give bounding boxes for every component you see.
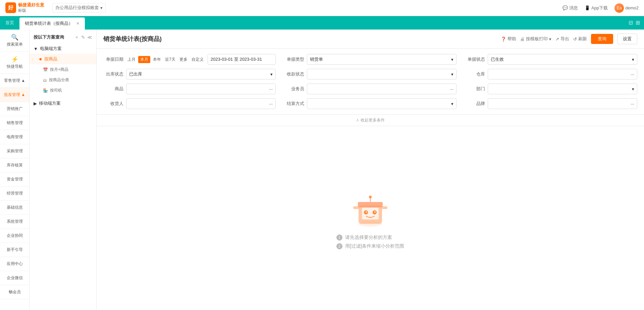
date-label: 单据日期 <box>103 56 123 62</box>
sidebar-item-basic[interactable]: 基础信息 <box>0 201 29 215</box>
tree-item-by-product[interactable]: ● 按商品 <box>30 54 96 64</box>
department-select[interactable]: ▾ <box>488 84 637 94</box>
left-panel: 按以下方案查询 ＋ ✎ ≪ ▼ 电脑端方案 ● 按商品 📅 按月+商品 🗂 <box>30 30 97 310</box>
sidebar-item-member[interactable]: 畅会员 <box>0 285 29 299</box>
salesman-select[interactable]: ··· <box>307 84 457 94</box>
shortcut-more[interactable]: 更多 <box>178 56 189 63</box>
tree-section-mobile-label: 移动端方案 <box>39 100 61 106</box>
warehouse-select[interactable]: ··· <box>488 69 637 80</box>
brand-select[interactable]: ··· <box>488 98 637 109</box>
sidebar-item-system[interactable]: 系统管理 <box>0 215 29 229</box>
svg-point-6 <box>366 211 367 213</box>
chevron-down-icon: ▾ <box>451 101 453 106</box>
quick-nav-icon: ⚡ <box>3 56 26 63</box>
shortcut-custom[interactable]: 自定义 <box>190 56 205 63</box>
filter-doc-status: 单据状态 已生效 ▾ <box>465 54 637 65</box>
help-button[interactable]: ❓ 帮助 <box>501 36 516 42</box>
tab-close-icon[interactable]: ✕ <box>76 21 79 26</box>
main-layout: 🔍 搜索菜单 ⚡ 快捷导航 零售管理 ▲ 批发管理 ▲ 营销推广 销售管理 电商… <box>0 30 644 310</box>
tab-expand-button[interactable]: ⊞ <box>636 20 640 25</box>
sidebar-item-wholesale[interactable]: 批发管理 ▲ <box>0 88 29 102</box>
tab-minimize-button[interactable]: ⊟ <box>629 20 633 25</box>
date-range-input[interactable]: 2023-03-01 至 2023-03-31 <box>208 54 276 65</box>
tab-bar: 首页 销货单统计表（按商品） ✕ ⊟ ⊞ <box>0 16 644 30</box>
export-icon: ↗ <box>555 37 559 42</box>
tree-item-by-category[interactable]: 🗂 按商品分类 <box>30 75 96 85</box>
tree-item-by-product-label: 按商品 <box>44 56 57 62</box>
print-button[interactable]: 🖨 按模板打印 ▾ <box>520 36 551 42</box>
cashier-icon: 🏪 <box>43 88 48 93</box>
sidebar-item-finance[interactable]: 资金管理 <box>0 172 29 187</box>
sidebar-item-operation[interactable]: 经营管理 <box>0 187 29 201</box>
date-shortcuts: 上月 本月 本年 近7天 更多 自定义 <box>126 56 205 63</box>
shortcut-last-month[interactable]: 上月 <box>126 56 137 63</box>
filter-warehouse: 仓库 ··· <box>465 69 637 80</box>
print-chevron-icon: ▾ <box>549 37 551 42</box>
shortcut-this-year[interactable]: 本年 <box>152 56 162 63</box>
doc-type-label: 单据类型 <box>284 56 304 62</box>
shortcut-this-month[interactable]: 本月 <box>138 56 150 63</box>
sidebar-item-enterprise[interactable]: 企业协同 <box>0 229 29 243</box>
warehouse-label: 仓库 <box>465 71 485 77</box>
sidebar-item-appstore-label: 应用中心 <box>3 261 26 267</box>
sidebar-item-marketing[interactable]: 营销推广 <box>0 102 29 116</box>
page-title: 销货单统计表(按商品) <box>103 35 162 43</box>
tree-item-by-month-product[interactable]: 📅 按月+商品 <box>30 64 96 75</box>
svg-rect-2 <box>358 202 383 207</box>
settlement-select[interactable]: ▾ <box>307 98 457 109</box>
doc-status-value: 已生效 <box>491 56 504 62</box>
sidebar-item-operation-label: 经营管理 <box>3 191 26 196</box>
tab-home[interactable]: 首页 <box>0 16 19 30</box>
sidebar-item-quick-nav-label: 快捷导航 <box>3 64 26 69</box>
collapse-panel-button[interactable]: ≪ <box>87 35 92 40</box>
hint-num-2: 2 <box>336 243 342 249</box>
export-button[interactable]: ↗ 导出 <box>555 36 569 42</box>
add-scheme-button[interactable]: ＋ <box>74 34 79 40</box>
hint-num-1: 1 <box>336 235 342 241</box>
tab-report[interactable]: 销货单统计表（按商品） ✕ <box>19 17 85 30</box>
sidebar-item-inventory[interactable]: 库存核算 <box>0 158 29 172</box>
tree-section-desktop-title[interactable]: ▼ 电脑端方案 <box>30 44 96 54</box>
tree-item-by-cashier[interactable]: 🏪 按司机 <box>30 85 96 96</box>
receipt-status-select[interactable]: ▾ <box>307 69 457 80</box>
nav-app-text: App下载 <box>591 5 608 11</box>
sidebar-item-guide[interactable]: 新手引导 <box>0 243 29 257</box>
sidebar-item-purchase-label: 采购管理 <box>3 148 26 154</box>
settings-button[interactable]: 设置 <box>617 34 637 44</box>
nav-message[interactable]: 💬 消息 <box>562 5 578 11</box>
refresh-button[interactable]: ↺ 刷新 <box>573 36 587 42</box>
shortcut-7days[interactable]: 近7天 <box>164 56 177 63</box>
doc-type-select[interactable]: 销货单 ▾ <box>307 54 457 65</box>
nav-user[interactable]: Ea demo2 <box>614 3 639 13</box>
sidebar: 🔍 搜索菜单 ⚡ 快捷导航 零售管理 ▲ 批发管理 ▲ 营销推广 销售管理 电商… <box>0 30 30 310</box>
recipient-select[interactable]: ··· <box>126 98 276 109</box>
nav-app-download[interactable]: 📱 App下载 <box>585 5 608 11</box>
sidebar-item-quick-nav[interactable]: ⚡ 快捷导航 <box>0 52 29 74</box>
doc-status-select[interactable]: 已生效 ▾ <box>488 54 637 65</box>
help-label: 帮助 <box>507 36 516 42</box>
nav-selector[interactable]: 办公用品行业模拟账套 ▾ <box>52 3 106 12</box>
sidebar-item-purchase[interactable]: 采购管理 <box>0 144 29 158</box>
sidebar-item-search[interactable]: 🔍 搜索菜单 <box>0 30 29 52</box>
goods-select[interactable]: ··· <box>126 84 276 94</box>
sidebar-item-ecommerce[interactable]: 电商管理 <box>0 130 29 144</box>
empty-hint-2: 2 用[过滤]条件来缩小分析范围 <box>336 243 404 249</box>
edit-scheme-button[interactable]: ✎ <box>81 35 85 40</box>
filter-row-3: 商品 ··· 业务员 ··· 部门 <box>103 84 637 94</box>
query-button[interactable]: 查询 <box>591 34 613 44</box>
collapse-bar[interactable]: ∧ 收起更多条件 <box>97 115 644 126</box>
sidebar-item-sales[interactable]: 销售管理 <box>0 116 29 130</box>
sidebar-item-wechat[interactable]: 企业微信 <box>0 271 29 285</box>
tree-section-mobile-title[interactable]: ▶ 移动端方案 <box>30 98 96 108</box>
warehouse-status-select[interactable]: 已出库 ▾ <box>126 69 276 80</box>
ellipsis-icon: ··· <box>450 87 453 92</box>
sidebar-item-wechat-label: 企业微信 <box>3 275 26 281</box>
sidebar-item-retail[interactable]: 零售管理 ▲ <box>0 74 29 88</box>
brand-label: 品牌 <box>465 101 485 107</box>
sidebar-item-appstore[interactable]: 应用中心 <box>0 257 29 271</box>
logo-icon: 好 <box>5 2 16 13</box>
chevron-down-icon: ▾ <box>451 57 453 62</box>
filter-brand: 品牌 ··· <box>465 98 637 109</box>
svg-point-7 <box>374 211 376 213</box>
filter-row-2: 出库状态 已出库 ▾ 收款状态 ▾ 仓库 <box>103 69 637 80</box>
